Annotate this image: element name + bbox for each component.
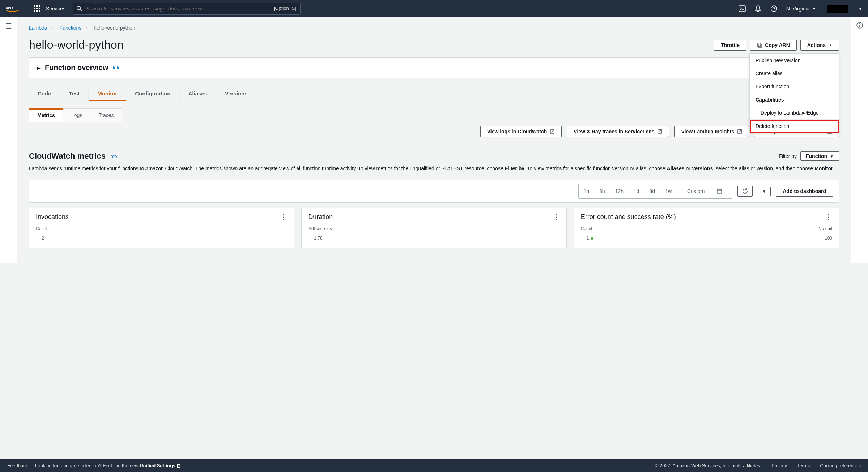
region-selector[interactable]: N. Virginia▼ (786, 6, 816, 12)
refresh-button[interactable] (737, 186, 753, 197)
menu-export-function[interactable]: Export function (750, 80, 839, 93)
menu-delete-function[interactable]: Delete function (750, 120, 839, 133)
chart-invocations: Invocations ⋮ Count 2 (29, 208, 294, 248)
range-custom-label: Custom (682, 186, 710, 196)
view-logs-cloudwatch-label: View logs in CloudWatch (487, 129, 547, 134)
actions-label: Actions (807, 42, 826, 48)
search-input[interactable] (73, 3, 301, 15)
menu-create-alias[interactable]: Create alias (750, 67, 839, 80)
kebab-icon[interactable]: ⋮ (825, 213, 832, 221)
value-left: 1 (587, 236, 593, 241)
svg-line-23 (739, 130, 741, 132)
svg-rect-4 (34, 8, 35, 9)
kebab-icon[interactable]: ⋮ (280, 213, 287, 221)
chevron-right-icon: 〉 (51, 25, 56, 31)
value-right: 100 (825, 236, 832, 241)
actions-menu: Publish new version Create alias Export … (749, 53, 839, 133)
chart-duration: Duration ⋮ Milliseconds 1.78 (301, 208, 566, 248)
dropdown-button[interactable]: ▼ (758, 187, 771, 196)
filter-by-label: Filter by (779, 153, 797, 159)
notifications-icon[interactable] (754, 5, 762, 12)
info-icon[interactable] (856, 22, 863, 29)
view-lambda-insights-button[interactable]: View Lambda Insights (674, 126, 749, 137)
range-3d[interactable]: 3d (644, 186, 660, 196)
range-1d[interactable]: 1d (629, 186, 644, 196)
svg-text:aws: aws (6, 6, 13, 10)
kebab-icon[interactable]: ⋮ (553, 213, 560, 221)
svg-rect-2 (36, 5, 38, 7)
chart-error-success: Error count and success rate (%) ⋮ Count… (574, 208, 839, 248)
menu-publish-new-version[interactable]: Publish new version (750, 54, 839, 67)
page-header: hello-world-python Throttle Copy ARN Act… (29, 38, 839, 52)
search-icon (76, 5, 82, 11)
services-grid-icon[interactable] (29, 5, 44, 12)
main-content: Lambda 〉 Functions 〉 hello-world-python … (17, 17, 851, 263)
unit-left: Count (581, 226, 592, 231)
svg-rect-3 (39, 5, 40, 7)
region-label: N. Virginia (786, 6, 809, 12)
time-range-bar: 1h 3h 12h 1d 3d 1w Custom ▼ Add to dashb… (29, 180, 839, 203)
actions-button[interactable]: Actions ▲ (800, 40, 839, 51)
tab-versions[interactable]: Versions (216, 87, 256, 101)
data-point-dot-icon (591, 237, 593, 240)
svg-rect-7 (34, 10, 35, 12)
cloudshell-icon[interactable] (739, 5, 746, 12)
value-left: 2 (42, 236, 44, 241)
add-to-dashboard-button[interactable]: Add to dashboard (776, 186, 833, 197)
metrics-description: Lambda sends runtime metrics for your fu… (29, 164, 839, 172)
range-12h[interactable]: 12h (610, 186, 629, 196)
range-1h[interactable]: 1h (579, 186, 595, 196)
range-1w[interactable]: 1w (660, 186, 677, 196)
breadcrumb: Lambda 〉 Functions 〉 hello-world-python (29, 25, 839, 31)
unit-left: Count (36, 226, 47, 231)
breadcrumb-lambda[interactable]: Lambda (29, 25, 47, 31)
external-link-icon (657, 129, 662, 134)
view-insights-label: View Lambda Insights (681, 129, 734, 134)
info-link[interactable]: Info (109, 154, 117, 159)
account-menu[interactable] (827, 5, 848, 13)
tab-code[interactable]: Code (29, 87, 60, 101)
search-shortcut: [Option+S] (274, 5, 296, 11)
help-icon[interactable] (770, 5, 778, 12)
subtab-logs[interactable]: Logs (63, 108, 90, 122)
external-link-icon (737, 129, 742, 134)
cloudwatch-metrics-header: CloudWatch metrics Info Filter by Functi… (29, 151, 839, 161)
hamburger-icon[interactable]: ☰ (5, 22, 12, 30)
caret-down-icon: ▼ (762, 189, 766, 193)
info-link[interactable]: Info (113, 65, 121, 70)
view-xray-button[interactable]: View X-Ray traces in ServiceLens (567, 126, 669, 137)
menu-deploy-lambda-edge[interactable]: Deploy to Lambda@Edge (750, 106, 839, 119)
charts-row: Invocations ⋮ Count 2 Duration ⋮ Millise… (29, 208, 839, 248)
services-link[interactable]: Services (44, 6, 70, 12)
filter-by-wrap: Filter by Function ▼ (779, 151, 839, 161)
svg-rect-5 (36, 8, 38, 9)
throttle-button[interactable]: Throttle (714, 40, 746, 51)
range-3h[interactable]: 3h (594, 186, 610, 196)
view-logs-cloudwatch-button[interactable]: View logs in CloudWatch (480, 126, 562, 137)
tab-aliases[interactable]: Aliases (180, 87, 217, 101)
external-link-icon (550, 129, 555, 134)
left-rail: ☰ (0, 17, 17, 263)
calendar-icon (712, 186, 727, 196)
tab-configuration[interactable]: Configuration (126, 87, 179, 101)
page-title: hello-world-python (29, 38, 123, 52)
svg-point-10 (77, 6, 81, 10)
svg-line-21 (659, 130, 661, 132)
svg-rect-12 (739, 6, 745, 12)
svg-rect-6 (39, 8, 40, 9)
view-xray-label: View X-Ray traces in ServiceLens (574, 129, 654, 134)
subtab-traces[interactable]: Traces (90, 108, 122, 122)
breadcrumb-functions[interactable]: Functions (60, 25, 82, 31)
copy-arn-button[interactable]: Copy ARN (750, 40, 797, 51)
svg-rect-1 (34, 5, 35, 7)
svg-rect-17 (757, 43, 761, 46)
chart-invocations-title: Invocations (36, 213, 69, 221)
range-custom[interactable]: Custom (677, 184, 732, 198)
tab-monitor[interactable]: Monitor (89, 87, 126, 101)
function-overview-panel[interactable]: ▶ Function overview Info (29, 57, 839, 78)
filter-by-select[interactable]: Function ▼ (800, 151, 839, 161)
tab-test[interactable]: Test (60, 87, 89, 101)
subtab-metrics[interactable]: Metrics (29, 108, 63, 122)
aws-logo[interactable]: aws (0, 0, 29, 17)
menu-capabilities-heading: Capabilities (750, 93, 839, 106)
